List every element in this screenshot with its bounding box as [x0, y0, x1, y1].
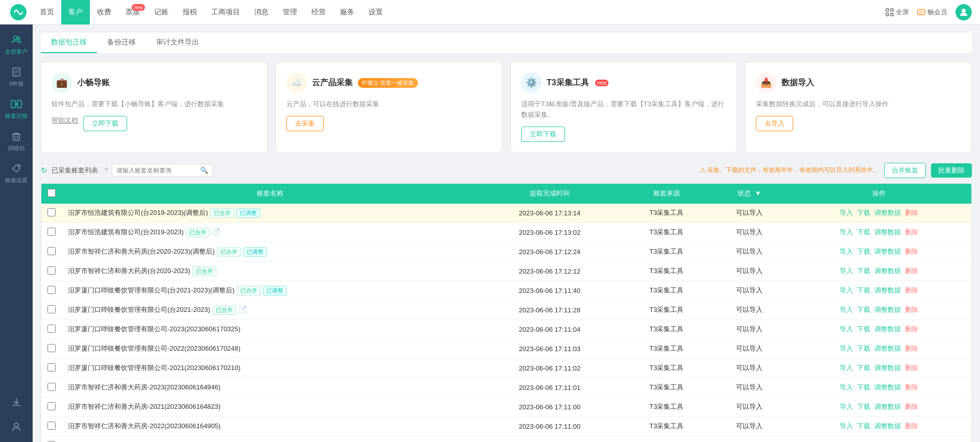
action-导入[interactable]: 导入	[840, 364, 853, 372]
action-下载[interactable]: 下载	[857, 345, 870, 352]
row-checkbox[interactable]	[47, 305, 56, 313]
action-调整数据[interactable]: 调整数据	[874, 403, 901, 410]
download-now-button[interactable]: 立即下载	[83, 116, 127, 131]
refresh-icon[interactable]: ↻	[41, 166, 47, 175]
nav-message[interactable]: 消息	[247, 0, 276, 24]
action-下载[interactable]: 下载	[857, 306, 870, 313]
nav-tax[interactable]: 报税	[176, 0, 204, 24]
action-下载[interactable]: 下载	[857, 286, 870, 294]
action-导入[interactable]: 导入	[840, 209, 853, 216]
row-checkbox[interactable]	[47, 325, 56, 333]
action-删除[interactable]: 删除	[905, 403, 918, 410]
sidebar-item-download[interactable]	[8, 391, 24, 413]
action-调整数据[interactable]: 调整数据	[874, 383, 901, 391]
action-下载[interactable]: 下载	[857, 325, 870, 333]
go-collect-button[interactable]: 去采集	[286, 116, 324, 131]
tab-backup-migration[interactable]: 备份迁移	[97, 33, 146, 53]
nav-manage[interactable]: 管理	[276, 0, 304, 24]
action-删除[interactable]: 删除	[905, 248, 918, 255]
action-下载[interactable]: 下载	[857, 422, 870, 430]
action-删除[interactable]: 删除	[905, 286, 918, 294]
select-all-checkbox[interactable]	[47, 189, 56, 197]
action-下载[interactable]: 下载	[857, 383, 870, 391]
sidebar-item-user[interactable]	[8, 415, 24, 438]
action-删除[interactable]: 删除	[905, 383, 918, 391]
action-调整数据[interactable]: 调整数据	[874, 325, 901, 333]
nav-account[interactable]: 记账	[147, 0, 176, 24]
go-import-button[interactable]: 去导入	[756, 116, 793, 131]
action-删除[interactable]: 删除	[905, 345, 918, 352]
action-导入[interactable]: 导入	[840, 286, 853, 294]
help-doc-link[interactable]: 帮助文档	[52, 116, 78, 131]
action-调整数据[interactable]: 调整数据	[874, 286, 901, 294]
action-调整数据[interactable]: 调整数据	[874, 345, 901, 352]
action-调整数据[interactable]: 调整数据	[874, 248, 901, 255]
action-调整数据[interactable]: 调整数据	[874, 228, 901, 236]
action-调整数据[interactable]: 调整数据	[874, 209, 901, 216]
row-checkbox[interactable]	[47, 363, 56, 372]
fullscreen-button[interactable]: 全屏	[886, 8, 909, 17]
search-submit-icon[interactable]: 🔍	[200, 166, 208, 174]
nav-settings[interactable]: 设置	[361, 0, 390, 24]
action-导入[interactable]: 导入	[840, 345, 853, 352]
sidebar-item-all-customers[interactable]: 全部客户	[0, 29, 33, 61]
action-删除[interactable]: 删除	[905, 267, 918, 275]
action-调整数据[interactable]: 调整数据	[874, 267, 901, 275]
row-checkbox[interactable]	[47, 228, 56, 236]
action-导入[interactable]: 导入	[840, 422, 853, 430]
action-下载[interactable]: 下载	[857, 267, 870, 275]
user-avatar[interactable]	[955, 4, 972, 20]
sidebar-item-tag-settings[interactable]: 标签设置	[0, 157, 33, 189]
row-checkbox[interactable]	[47, 247, 56, 255]
action-导入[interactable]: 导入	[840, 248, 853, 255]
action-下载[interactable]: 下载	[857, 364, 870, 372]
action-删除[interactable]: 删除	[905, 306, 918, 313]
row-checkbox[interactable]	[47, 383, 56, 391]
nav-customer[interactable]: 客户	[61, 0, 90, 24]
action-导入[interactable]: 导入	[840, 306, 853, 313]
row-checkbox[interactable]	[47, 208, 56, 216]
row-checkbox[interactable]	[47, 286, 56, 294]
nav-invoice[interactable]: 票据new	[118, 0, 147, 24]
action-删除[interactable]: 删除	[905, 422, 918, 430]
tab-audit-export[interactable]: 审计文件导出	[146, 33, 209, 53]
action-导入[interactable]: 导入	[840, 403, 853, 410]
help-icon[interactable]: ?	[104, 166, 108, 174]
action-导入[interactable]: 导入	[840, 383, 853, 391]
action-下载[interactable]: 下载	[857, 248, 870, 255]
member-button[interactable]: 畅会员	[917, 8, 947, 17]
action-删除[interactable]: 删除	[905, 209, 918, 216]
row-checkbox[interactable]	[47, 422, 56, 430]
filter-icon[interactable]: ▼	[754, 189, 761, 197]
action-导入[interactable]: 导入	[840, 325, 853, 333]
batch-delete-button[interactable]: 批量删除	[931, 163, 972, 178]
action-下载[interactable]: 下载	[857, 403, 870, 410]
t3-download-button[interactable]: 立即下载	[521, 127, 565, 142]
file-icon[interactable]: 📄	[212, 228, 220, 236]
row-checkbox[interactable]	[47, 402, 56, 410]
merge-accounts-button[interactable]: 合并账套	[884, 163, 926, 178]
nav-business[interactable]: 工商项目	[204, 0, 247, 24]
action-删除[interactable]: 删除	[905, 228, 918, 236]
action-导入[interactable]: 导入	[840, 267, 853, 275]
action-下载[interactable]: 下载	[857, 228, 870, 236]
sidebar-item-zero-declare[interactable]: 0申报	[0, 61, 33, 93]
file-icon[interactable]: 📄	[238, 305, 247, 313]
action-调整数据[interactable]: 调整数据	[874, 306, 901, 313]
tab-data-migration[interactable]: 数据包迁移	[41, 33, 97, 53]
action-调整数据[interactable]: 调整数据	[874, 364, 901, 372]
nav-service[interactable]: 服务	[333, 0, 361, 24]
nav-fee[interactable]: 收费	[90, 0, 118, 24]
action-调整数据[interactable]: 调整数据	[874, 422, 901, 430]
search-input[interactable]	[116, 167, 198, 174]
action-删除[interactable]: 删除	[905, 325, 918, 333]
sidebar-item-account-transfer[interactable]: 账套迁移	[0, 93, 33, 125]
sidebar-item-recycle[interactable]: 回收站	[0, 125, 33, 157]
nav-home[interactable]: 首页	[33, 0, 61, 24]
logo[interactable]	[8, 2, 29, 22]
action-删除[interactable]: 删除	[905, 364, 918, 372]
action-导入[interactable]: 导入	[840, 228, 853, 236]
row-checkbox[interactable]	[47, 266, 56, 275]
row-checkbox[interactable]	[47, 344, 56, 352]
action-下载[interactable]: 下载	[857, 209, 870, 216]
